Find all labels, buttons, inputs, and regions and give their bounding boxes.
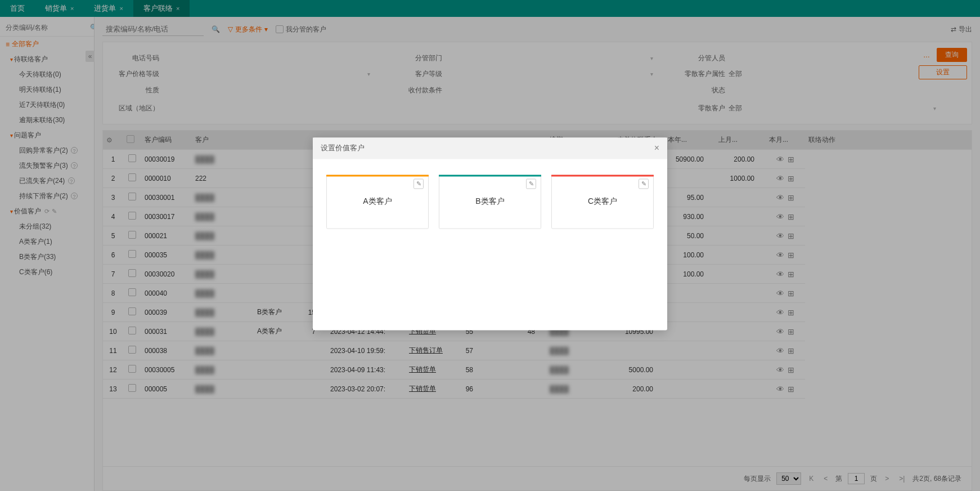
card-c[interactable]: ✎ C类客户 [551, 175, 654, 229]
value-customer-modal: 设置价值客户 × ✎ A类客户 ✎ B类客户 ✎ C类客户 [313, 137, 667, 330]
close-icon[interactable]: × [654, 143, 659, 153]
card-b[interactable]: ✎ B类客户 [439, 175, 541, 229]
edit-icon[interactable]: ✎ [639, 178, 649, 189]
modal-title: 设置价值客户 [321, 143, 365, 153]
edit-icon[interactable]: ✎ [413, 178, 424, 189]
card-a[interactable]: ✎ A类客户 [326, 175, 429, 229]
edit-icon[interactable]: ✎ [526, 178, 536, 189]
